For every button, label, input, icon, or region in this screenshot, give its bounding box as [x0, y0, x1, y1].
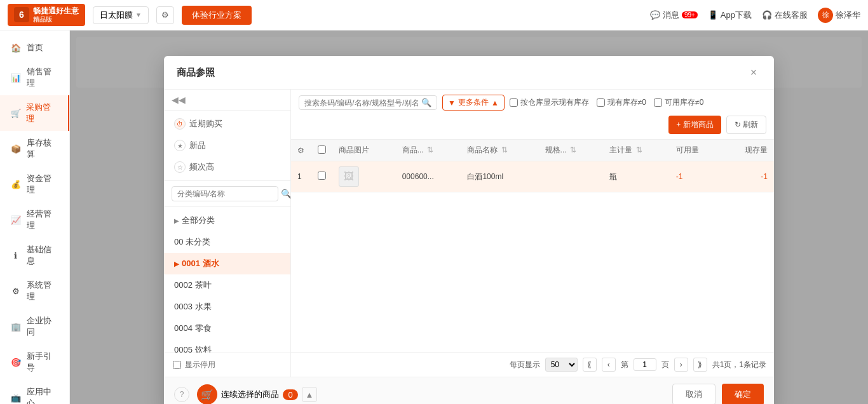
first-page-btn[interactable]: ⟪ — [583, 358, 597, 372]
sidebar-label-home: 首页 — [27, 42, 43, 53]
check-current-stock-input[interactable] — [597, 98, 605, 107]
inventory-icon: 📦 — [10, 143, 22, 154]
dialog-nav-frequent[interactable]: ☆ 频次高 — [164, 156, 290, 178]
sidebar-item-inventory[interactable]: 📦 库存核算 — [0, 131, 69, 166]
sidebar-label-finance: 资金管理 — [27, 173, 59, 196]
check-warehouse-stock-input[interactable] — [510, 98, 518, 107]
category-unclassified[interactable]: 00 未分类 — [164, 231, 290, 253]
row-checkbox[interactable] — [318, 172, 326, 180]
nav-app-download[interactable]: 📱 App下载 — [708, 10, 752, 21]
check-warehouse-stock-label: 按仓库显示现有库存 — [520, 97, 589, 108]
nav-recent-label: 近期购买 — [189, 118, 222, 130]
sort-icon-code: ⇅ — [427, 145, 433, 154]
sidebar-item-home[interactable]: 🏠 首页 — [0, 36, 69, 60]
dialog-right-panel: 🔍 ▼ 更多条件 ▲ 按仓库显示现有库存 — [291, 90, 774, 377]
pagination: 每页显示 50 10 20 100 ⟪ ‹ 第 页 — [291, 352, 774, 377]
refresh-btn[interactable]: ↻ 刷新 — [726, 116, 766, 134]
category-all[interactable]: ▶ 全部分类 — [164, 210, 290, 231]
cancel-button[interactable]: 取消 — [672, 384, 715, 404]
logo: 6 畅捷通好生意 精品版 — [8, 4, 85, 25]
category-tea-label: 0002 茶叶 — [174, 279, 212, 291]
th-unit[interactable]: 主计量 ⇅ — [603, 140, 670, 161]
nav-online-service[interactable]: 🎧 在线客服 — [762, 10, 808, 21]
category-fruit[interactable]: 0003 水果 — [164, 296, 290, 318]
cart-icon-button[interactable]: 🛒 — [197, 384, 217, 404]
category-beverage[interactable]: 0005 饮料 — [164, 339, 290, 353]
logo-text: 畅捷通好生意 — [33, 6, 79, 15]
sidebar-item-management[interactable]: 📈 经营管理 — [0, 202, 69, 238]
check-available-stock[interactable]: 可用库存≠0 — [654, 97, 703, 108]
sidebar-label-inventory: 库存核算 — [27, 137, 59, 160]
clock-icon: ⏱ — [174, 118, 186, 130]
dialog-close-button[interactable]: × — [746, 65, 761, 80]
category-snack-label: 0004 零食 — [174, 323, 212, 334]
sidebar-item-finance[interactable]: 💰 资金管理 — [0, 166, 69, 202]
table-row[interactable]: 1 🖼 000600... 白酒100ml 瓶 — [291, 161, 774, 192]
experience-btn[interactable]: 体验行业方案 — [182, 6, 252, 25]
topnav: 6 畅捷通好生意 精品版 日太阳膜 ▼ ⚙ 体验行业方案 💬 消息 99+ 📱 … — [0, 0, 868, 30]
cart-count-badge: 0 — [283, 389, 298, 400]
th-settings[interactable]: ⚙ — [291, 140, 311, 161]
sidebar-label-management: 经营管理 — [27, 208, 59, 231]
sidebar-item-guide[interactable]: 🎯 新手引导 — [0, 344, 69, 380]
prev-page-btn[interactable]: ‹ — [602, 358, 616, 372]
th-check[interactable] — [311, 140, 332, 161]
search-icon[interactable]: 🔍 — [421, 98, 431, 107]
category-snack[interactable]: 0004 零食 — [164, 318, 290, 339]
collapse-left-icon[interactable]: ◀◀ — [172, 95, 186, 105]
app-download-label: App下载 — [721, 10, 752, 21]
dialog-title: 商品参照 — [177, 67, 215, 79]
system-icon: ⚙ — [10, 285, 22, 297]
th-name[interactable]: 商品名称 ⇅ — [461, 140, 538, 161]
dialog-toolbar: 🔍 ▼ 更多条件 ▲ 按仓库显示现有库存 — [291, 90, 774, 140]
product-dialog: 商品参照 × ◀◀ ⏱ 近期购买 — [164, 56, 774, 404]
category-search-input[interactable] — [172, 186, 278, 201]
message-icon: 💬 — [650, 10, 660, 20]
content-area: 商品参照 × ◀◀ ⏱ 近期购买 — [70, 30, 868, 404]
next-page-btn[interactable]: › — [674, 358, 688, 372]
filter-collapse-icon: ▲ — [491, 98, 499, 107]
last-page-btn[interactable]: ⟫ — [693, 358, 707, 372]
sidebar-item-purchase[interactable]: 🛒 采购管理 — [0, 95, 69, 131]
category-search-icon[interactable]: 🔍 — [281, 189, 291, 199]
product-search-input[interactable] — [304, 98, 419, 107]
settings-gear-icon[interactable]: ⚙ — [156, 6, 174, 24]
help-button[interactable]: ? — [174, 387, 189, 402]
confirm-button[interactable]: 确定 — [722, 384, 764, 404]
category-liquor[interactable]: ▶ 0001 酒水 — [164, 253, 290, 274]
nav-messages[interactable]: 💬 消息 99+ — [650, 10, 698, 21]
check-available-stock-input[interactable] — [654, 98, 662, 107]
sidebar-item-sales[interactable]: 📊 销售管理 — [0, 60, 69, 95]
category-tea[interactable]: 0002 茶叶 — [164, 274, 290, 296]
cell-available: -1 — [670, 161, 722, 192]
enterprise-icon: 🏢 — [10, 321, 22, 332]
page-size-select[interactable]: 50 10 20 100 — [545, 358, 578, 372]
product-table-wrap: ⚙ 商品图片 商品... ⇅ 商品名称 ⇅ 规格... ⇅ 主计量 ⇅ 可用量 — [291, 140, 774, 352]
th-code[interactable]: 商品... ⇅ — [396, 140, 461, 161]
sidebar-item-apps[interactable]: 📺 应用中心 — [0, 380, 69, 404]
sidebar-item-system[interactable]: ⚙ 系统管理 — [0, 273, 69, 309]
cart-collapse-btn[interactable]: ▲ — [302, 387, 317, 402]
dialog-nav-recent[interactable]: ⏱ 近期购买 — [164, 113, 290, 135]
more-filter-btn[interactable]: ▼ 更多条件 ▲ — [442, 95, 505, 111]
filter-label: 更多条件 — [458, 97, 489, 108]
nav-dropdown[interactable]: 日太阳膜 ▼ — [93, 6, 149, 24]
check-current-stock[interactable]: 现有库存≠0 — [597, 97, 646, 108]
add-product-btn[interactable]: + 新增商品 — [668, 116, 721, 134]
sidebar-label-purchase: 采购管理 — [26, 102, 58, 125]
select-all-checkbox[interactable] — [318, 145, 326, 154]
nav-user[interactable]: 徐 徐泽华 — [818, 8, 860, 23]
cell-check[interactable] — [311, 161, 332, 192]
nav-frequent-label: 频次高 — [189, 161, 214, 173]
dialog-overlay: 商品参照 × ◀◀ ⏱ 近期购买 — [70, 30, 868, 404]
cart-label: 连续选择的商品 — [221, 389, 279, 400]
page-number-input[interactable] — [634, 358, 656, 371]
check-warehouse-stock[interactable]: 按仓库显示现有库存 — [510, 97, 589, 108]
finance-icon: 💰 — [10, 178, 22, 190]
th-spec[interactable]: 规格... ⇅ — [539, 140, 604, 161]
show-disabled-checkbox[interactable] — [173, 361, 181, 369]
dialog-nav-new[interactable]: ★ 新品 — [164, 135, 290, 156]
filter-checks: 按仓库显示现有库存 现有库存≠0 可用库存≠0 — [510, 97, 704, 108]
sidebar-item-basicinfo[interactable]: ℹ 基础信息 — [0, 238, 69, 273]
sidebar-item-enterprise[interactable]: 🏢 企业协同 — [0, 309, 69, 344]
